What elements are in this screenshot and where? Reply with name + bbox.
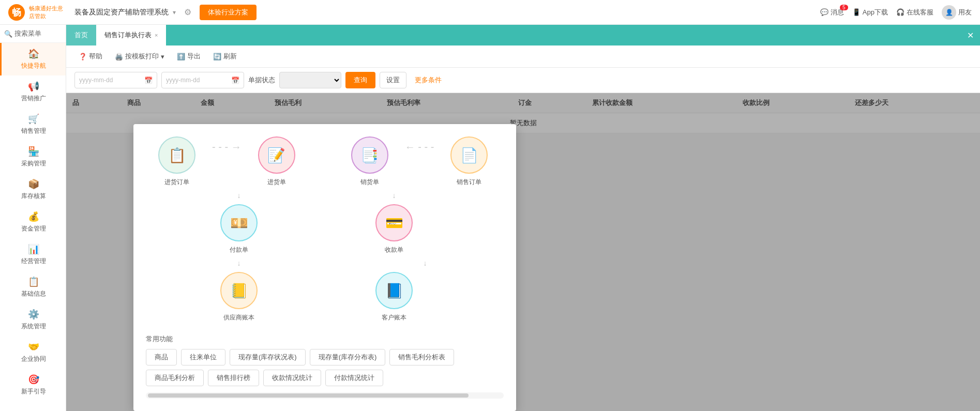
sidebar-item-enterprise[interactable]: 🤝 企业协同 — [0, 336, 66, 369]
sale-bill-node: 📑 销货单 — [339, 136, 401, 187]
supplier-account-circle[interactable]: 📒 — [220, 272, 258, 309]
close-window-icon[interactable]: ✕ — [961, 31, 980, 40]
receipt-bill-circle[interactable]: 💳 — [375, 204, 413, 241]
user-btn[interactable]: 👤 用友 — [942, 5, 972, 20]
content-area: 首页 销售订单执行表 × ✕ ❓ 帮助 🖨️ 按模板打印 ▾ — [66, 25, 980, 411]
workflow-row-2: 💴 付款单 💳 — [146, 204, 504, 254]
sidebar-item-purchase[interactable]: 🏪 采购管理 — [0, 141, 66, 173]
app-download-btn[interactable]: 📱 App下载 — [852, 8, 888, 17]
purchase-order-icon: 📋 — [168, 147, 186, 164]
sidebar-item-system[interactable]: ⚙️ 系统管理 — [0, 303, 66, 336]
enterprise-icon: 🤝 — [28, 341, 39, 353]
modal-scrollbar[interactable] — [146, 392, 504, 399]
tab-home[interactable]: 首页 — [66, 25, 96, 45]
purchase-bill-label: 进货单 — [267, 178, 286, 187]
logo-area: 畅 畅康通好生意 店管款 — [8, 4, 74, 21]
help-icon: ❓ — [79, 53, 87, 60]
export-btn[interactable]: ⬆️ 导出 — [173, 50, 205, 63]
customer-account-circle[interactable]: 📘 — [375, 272, 413, 309]
service-btn[interactable]: 🎧 在线客服 — [896, 8, 933, 17]
print-btn[interactable]: 🖨️ 按模板打印 ▾ — [111, 50, 169, 63]
func-btn-product-profit[interactable]: 商品毛利分析 — [146, 370, 204, 386]
arrow-down-2: ↓ — [393, 192, 396, 199]
sidebar-item-marketing[interactable]: 📢 营销推广 — [0, 75, 66, 108]
filter-settings-btn[interactable]: 设置 — [380, 72, 406, 88]
func-btn-stock-dist[interactable]: 现存量(库存分布表) — [310, 349, 386, 366]
settings-icon[interactable]: ⚙ — [184, 7, 191, 17]
date-start-input[interactable]: yyyy-mm-dd 📅 — [74, 72, 157, 88]
search-icon: 🔍 — [4, 30, 12, 38]
func-btn-payment-stats[interactable]: 付款情况统计 — [325, 370, 383, 386]
message-btn[interactable]: 💬 消息 5 — [820, 8, 844, 17]
search-btn[interactable]: 查询 — [345, 72, 375, 88]
newguide-icon: 🎯 — [28, 374, 39, 385]
basic-icon: 📋 — [28, 276, 39, 287]
purchase-order-circle[interactable]: 📋 — [158, 136, 195, 174]
receipt-bill-node: 💳 收款单 — [363, 204, 425, 254]
top-right: 💬 消息 5 📱 App下载 🎧 在线客服 👤 用友 — [820, 5, 972, 20]
workflow-row-1: 📋 进货订单 - - - → — [146, 136, 504, 187]
system-icon: ⚙️ — [28, 309, 39, 320]
sale-bill-label: 销货单 — [360, 178, 379, 187]
tab-sales-order[interactable]: 销售订单执行表 × — [96, 25, 166, 45]
sidebar-item-sales[interactable]: 🛒 销售管理 — [0, 108, 66, 141]
headset-icon: 🎧 — [896, 8, 904, 16]
calendar-icon2: 📅 — [231, 77, 239, 84]
customer-account-label: 客户账本 — [382, 313, 406, 322]
workflow-diagram: 📋 进货订单 - - - → — [146, 136, 504, 326]
marketing-icon: 📢 — [28, 81, 39, 92]
arrow-left-1: ← - - - — [401, 141, 439, 168]
inventory-icon: 📦 — [28, 178, 39, 190]
dropdown-arrow-icon[interactable]: ▾ — [173, 9, 176, 16]
sidebar-item-operations[interactable]: 📊 经营管理 — [0, 238, 66, 271]
search-menu[interactable]: 🔍 搜索菜单 — [0, 25, 66, 43]
payment-bill-circle[interactable]: 💴 — [220, 204, 258, 241]
modal-overlay[interactable]: 📋 进货订单 - - - → — [66, 93, 980, 411]
sidebar-item-inventory[interactable]: 📦 库存核算 — [0, 173, 66, 206]
experience-btn[interactable]: 体验行业方案 — [200, 5, 257, 20]
func-btn-sales-rank[interactable]: 销售排行榜 — [208, 370, 259, 386]
func-btn-receipt-stats[interactable]: 收款情况统计 — [263, 370, 321, 386]
sidebar-item-newguide[interactable]: 🎯 新手引导 — [0, 369, 66, 401]
func-buttons-group: 商品 往来单位 现存量(库存状况表) 现存量(库存分布表) 销售毛利分析表 商品… — [146, 349, 504, 386]
logo-icon: 畅 — [8, 4, 25, 21]
workflow-row-arrows: ↓ ↓ — [146, 191, 504, 200]
func-btn-stock-status[interactable]: 现存量(库存状况表) — [230, 349, 306, 366]
common-functions-section: 常用功能 商品 往来单位 现存量(库存状况表) 现存量(库存分布表) 销售毛利分… — [146, 334, 504, 386]
top-bar: 畅 畅康通好生意 店管款 装备及固定资产辅助管理系统 ▾ ⚙ 体验行业方案 💬 … — [0, 0, 980, 25]
operations-icon: 📊 — [28, 243, 39, 255]
export-icon: ⬆️ — [177, 53, 185, 60]
sale-bill-circle[interactable]: 📑 — [351, 136, 388, 174]
tab-close-icon[interactable]: × — [155, 32, 158, 38]
workflow-modal: 📋 进货订单 - - - → — [133, 124, 516, 411]
avatar: 👤 — [942, 5, 956, 20]
receipt-bill-label: 收款单 — [385, 246, 403, 254]
sidebar-item-finance[interactable]: 💰 资金管理 — [0, 206, 66, 238]
func-btn-product[interactable]: 商品 — [146, 349, 177, 366]
func-btn-partner[interactable]: 往来单位 — [181, 349, 225, 366]
refresh-btn[interactable]: 🔄 刷新 — [209, 50, 241, 63]
message-badge: 5 — [840, 5, 848, 10]
purchase-bill-circle[interactable]: 📝 — [258, 136, 295, 174]
print-icon: 🖨️ — [115, 53, 123, 60]
help-btn[interactable]: ❓ 帮助 — [74, 50, 107, 63]
customer-account-node: 📘 客户账本 — [363, 272, 425, 322]
sidebar: 🔍 搜索菜单 🏠 快捷导航 📢 营销推广 🛒 销售管理 🏪 采购管理 📦 — [0, 25, 66, 411]
status-select[interactable] — [279, 72, 341, 88]
arrow-down-1: ↓ — [237, 192, 241, 199]
content-toolbar: ❓ 帮助 🖨️ 按模板打印 ▾ ⬆️ 导出 🔄 刷新 — [66, 45, 980, 68]
sidebar-item-basic[interactable]: 📋 基础信息 — [0, 271, 66, 303]
sale-order-circle[interactable]: 📄 — [450, 136, 488, 174]
sidebar-item-quick-nav[interactable]: 🏠 快捷导航 — [0, 43, 66, 75]
purchase-bill-icon: 📝 — [267, 147, 285, 164]
date-end-input[interactable]: yyyy-mm-dd 📅 — [161, 72, 244, 88]
status-label: 单据状态 — [248, 75, 275, 85]
arrow-right-1: - - - → — [208, 141, 246, 168]
purchase-bill-node: 📝 进货单 — [246, 136, 308, 187]
purchase-order-label: 进货订单 — [164, 178, 189, 187]
sale-bill-icon: 📑 — [360, 147, 379, 164]
sale-order-icon: 📄 — [460, 147, 478, 164]
more-conditions-link[interactable]: 更多条件 — [411, 73, 446, 87]
tab-bar: 首页 销售订单执行表 × ✕ — [66, 25, 980, 45]
func-btn-sales-profit[interactable]: 销售毛利分析表 — [389, 349, 454, 366]
